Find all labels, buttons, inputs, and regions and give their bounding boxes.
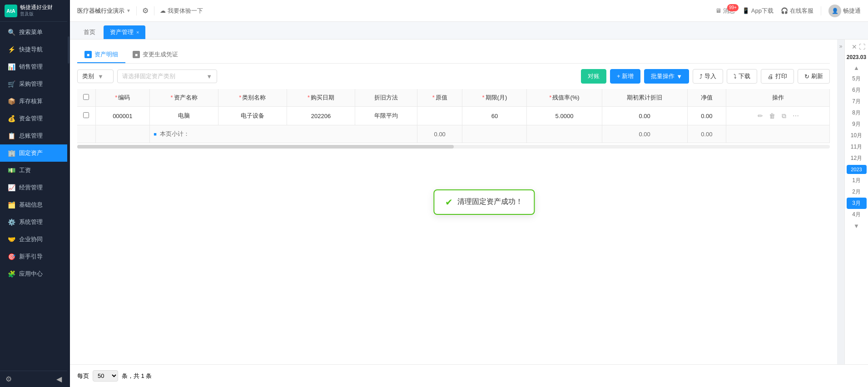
customer-service-btn[interactable]: 🎧 在线客服 xyxy=(781,7,813,15)
more-icon[interactable]: ⋯ xyxy=(791,111,800,120)
sidebar-item-payroll[interactable]: 💵 工资 xyxy=(0,162,67,179)
cloud-icon: ☁ xyxy=(160,7,166,14)
print-icon: 🖨 xyxy=(768,73,774,80)
sidebar-item-sales[interactable]: 📊 销售管理 xyxy=(0,58,67,75)
th-original-value: *原值 xyxy=(417,89,462,107)
refresh-btn[interactable]: ↻ 刷新 xyxy=(798,69,830,84)
row-depreciation-method: 年限平均 xyxy=(355,107,417,125)
avatar: 👤 xyxy=(828,5,841,17)
th-actions: 操作 xyxy=(726,89,830,107)
row-period: 60 xyxy=(462,107,527,125)
sidebar-item-inventory[interactable]: 📦 库存核算 xyxy=(0,93,67,110)
category-select[interactable]: 类别 ▼ xyxy=(77,69,114,83)
sidebar-item-label: 企业协同 xyxy=(19,235,43,243)
sidebar-item-general-ledger[interactable]: 📋 总账管理 xyxy=(0,127,67,144)
download-btn[interactable]: ⤵ 下载 xyxy=(727,69,757,84)
sub-tab-label: 资产明细 xyxy=(94,50,118,59)
filter-row: 类别 ▼ 请选择固定资产类别 ▼ xyxy=(77,69,217,83)
sidebar-item-quick-nav[interactable]: ⚡ 快捷导航 xyxy=(0,41,67,58)
sidebar-item-purchase[interactable]: 🛒 采购管理 xyxy=(0,75,67,93)
table: *编码 *资产名称 *类别名称 *购买日期 折旧方法 *原值 *期限(月) *残… xyxy=(77,89,830,143)
batch-btn[interactable]: 批量操作 ▼ xyxy=(644,69,689,84)
sidebar-item-label: 系统管理 xyxy=(19,218,43,226)
calendar-month-7[interactable]: 7月 xyxy=(847,96,867,107)
sidebar-item-search[interactable]: 🔍 搜索菜单 xyxy=(0,24,67,41)
calendar-month-9[interactable]: 9月 xyxy=(847,119,867,130)
sidebar-item-fixed-assets[interactable]: 🏢 固定资产 xyxy=(0,144,67,162)
horizontal-scrollbar-track[interactable] xyxy=(77,145,830,149)
calendar-month-6[interactable]: 6月 xyxy=(847,84,867,96)
voucher-tab-icon: ■ xyxy=(133,51,140,58)
tab-close-btn[interactable]: × xyxy=(136,30,139,35)
calendar-year-2023[interactable]: 2023 xyxy=(847,165,867,174)
sidebar-item-label: 经营管理 xyxy=(19,184,43,192)
sub-tab-label: 变更生成凭证 xyxy=(143,50,178,59)
category-input[interactable]: 请选择固定资产类别 ▼ xyxy=(117,69,217,83)
collapse-sidebar-icon[interactable]: ◀ xyxy=(56,375,62,383)
sidebar-item-basic-info[interactable]: 🗂️ 基础信息 xyxy=(0,196,67,213)
sidebar-item-cooperation[interactable]: 🤝 企业协同 xyxy=(0,231,67,248)
print-btn[interactable]: 🖨 打印 xyxy=(761,69,794,84)
subtotal-net: 0.00 xyxy=(687,125,726,143)
calendar-scroll-up[interactable]: ▲ xyxy=(851,62,862,73)
per-page-select[interactable]: 50 10 20 100 xyxy=(93,370,118,382)
sidebar-item-label: 固定资产 xyxy=(19,149,43,157)
company-selector[interactable]: 医疗器械行业演示 ▼ xyxy=(77,7,131,15)
th-code: *编码 xyxy=(95,89,150,107)
chevron-down-icon: ▼ xyxy=(126,8,131,13)
settings-icon[interactable]: ⚙ xyxy=(5,375,12,383)
subtotal-label: 本页小计： xyxy=(160,130,189,137)
messages-btn[interactable]: 🖥 消息 99+ xyxy=(715,7,735,15)
app-download-label: App下载 xyxy=(751,7,774,15)
copy-icon[interactable]: ⧉ xyxy=(779,111,789,120)
sidebar-item-finance[interactable]: 💰 资金管理 xyxy=(0,110,67,127)
th-depreciation-method: 折旧方法 xyxy=(355,89,417,107)
edit-icon[interactable]: ✏ xyxy=(756,111,765,120)
app-title: 畅捷通好业财 xyxy=(20,4,53,11)
ledger-icon: 📋 xyxy=(7,132,15,140)
calendar-month-4[interactable]: 4月 xyxy=(847,209,867,220)
company-name: 医疗器械行业演示 xyxy=(77,7,124,15)
row-checkbox[interactable] xyxy=(83,112,89,118)
import-icon: ⤴ xyxy=(699,73,703,80)
calendar-month-11[interactable]: 11月 xyxy=(847,141,867,153)
select-all-checkbox[interactable] xyxy=(83,94,89,100)
sidebar-item-label: 总账管理 xyxy=(19,132,43,140)
sidebar-item-label: 快捷导航 xyxy=(19,45,43,54)
calendar-panel: ✕ ⛶ 2023.03 ▲ 5月 6月 7月 8月 9月 10月 11月 12月… xyxy=(844,40,868,364)
calendar-month-5[interactable]: 5月 xyxy=(847,73,867,84)
calendar-month-10[interactable]: 10月 xyxy=(847,130,867,141)
collapse-panel-btn[interactable]: » xyxy=(837,40,844,364)
new-btn[interactable]: + 新增 xyxy=(610,69,640,84)
sub-tab-assets[interactable]: ■ 资产明细 xyxy=(77,47,125,63)
sidebar-nav: 🔍 搜索菜单 ⚡ 快捷导航 📊 销售管理 🛒 采购管理 📦 库存核算 💰 资金管… xyxy=(0,22,67,371)
export-btn[interactable]: ⤴ 导入 xyxy=(693,69,723,84)
calendar-month-8[interactable]: 8月 xyxy=(847,107,867,119)
sidebar-item-management[interactable]: 📈 经营管理 xyxy=(0,179,67,196)
horizontal-scrollbar-thumb[interactable] xyxy=(77,145,454,149)
topbar-divider-3 xyxy=(821,6,821,15)
experience-btn[interactable]: ☁ 我要体验一下 xyxy=(160,7,203,15)
th-net-value: 净值 xyxy=(687,89,726,107)
calendar-month-1[interactable]: 1月 xyxy=(847,175,867,186)
settings-icon[interactable]: ⚙ xyxy=(142,6,149,15)
reconcile-btn[interactable]: 对账 xyxy=(581,69,606,84)
batch-label: 批量操作 xyxy=(651,72,675,80)
pagination: 每页 50 10 20 100 条，共 1 条 xyxy=(70,364,868,387)
tab-assets-management[interactable]: 资产管理 × xyxy=(104,25,145,39)
calendar-month-2[interactable]: 2月 xyxy=(847,186,867,198)
sidebar-item-guide[interactable]: 🎯 新手引导 xyxy=(0,248,67,265)
sub-tab-voucher[interactable]: ■ 变更生成凭证 xyxy=(125,47,185,63)
sidebar-item-system[interactable]: ⚙️ 系统管理 xyxy=(0,213,67,231)
calendar-month-12[interactable]: 12月 xyxy=(847,153,867,164)
delete-icon[interactable]: 🗑 xyxy=(768,111,777,120)
app-download-btn[interactable]: 📱 App下载 xyxy=(742,7,774,15)
sidebar-item-app-center[interactable]: 🧩 应用中心 xyxy=(0,265,67,283)
total-label: 条，共 1 条 xyxy=(122,372,152,380)
expand-panel-icon[interactable]: ⛶ xyxy=(859,43,865,50)
close-panel-icon[interactable]: ✕ xyxy=(852,43,857,50)
tab-home[interactable]: 首页 xyxy=(77,25,102,39)
user-menu[interactable]: 👤 畅捷通 xyxy=(828,5,861,17)
calendar-scroll-down[interactable]: ▼ xyxy=(851,220,862,231)
calendar-month-3-current[interactable]: 3月 xyxy=(847,198,867,209)
